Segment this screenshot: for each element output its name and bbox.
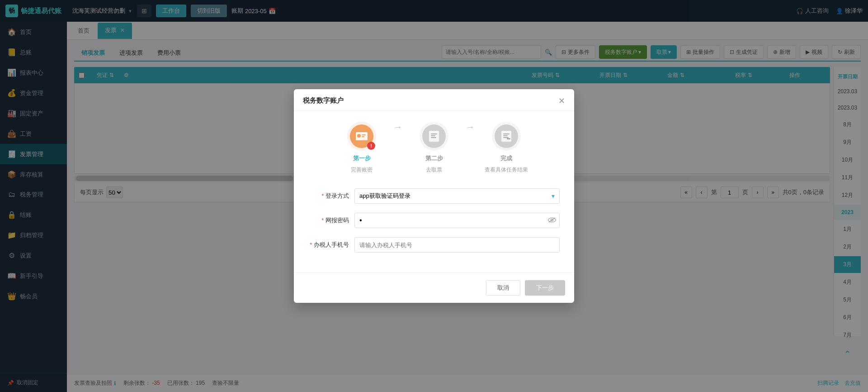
required-star: * xyxy=(321,192,324,199)
modal-close-button[interactable]: ✕ xyxy=(558,97,565,105)
required-star3: * xyxy=(310,241,312,248)
step-1: ! 第一步 完善账密 xyxy=(330,122,393,174)
login-method-display[interactable]: app获取验证码登录 ▾ xyxy=(354,188,560,204)
svg-rect-10 xyxy=(503,135,508,136)
step-arrow-1: → xyxy=(393,122,402,150)
step2-label: 第二步 xyxy=(425,154,443,163)
step1-badge: ! xyxy=(367,142,375,150)
step2-desc: 去取票 xyxy=(426,166,442,174)
step1-label: 第一步 xyxy=(353,154,371,163)
modal-body: ! 第一步 完善账密 → xyxy=(294,111,574,272)
password-eye-icon[interactable] xyxy=(548,216,556,225)
password-field-wrap xyxy=(354,213,560,228)
step2-icon xyxy=(422,124,446,148)
steps-indicator: ! 第一步 完善账密 → xyxy=(308,122,560,174)
modal-overlay[interactable]: 税务数字账户 ✕ xyxy=(0,0,868,392)
login-method-select[interactable]: app获取验证码登录 ▾ xyxy=(354,188,560,204)
modal-title: 税务数字账户 xyxy=(303,96,344,105)
svg-rect-12 xyxy=(507,138,510,139)
step-arrow-2: → xyxy=(466,122,475,150)
svg-rect-2 xyxy=(362,134,366,135)
svg-rect-11 xyxy=(503,137,509,138)
required-star2: * xyxy=(321,217,324,224)
tax-digital-modal: 税务数字账户 ✕ xyxy=(294,89,574,303)
svg-rect-7 xyxy=(431,137,436,138)
taxpayer-phone-input[interactable] xyxy=(354,237,560,253)
taxpayer-phone-label: * 办税人手机号 xyxy=(308,241,349,249)
modal-footer: 取消 下一步 xyxy=(294,272,574,303)
step-2: 第二步 去取票 xyxy=(402,122,466,174)
step3-icon-wrap xyxy=(492,122,521,151)
svg-rect-3 xyxy=(362,136,364,137)
svg-rect-5 xyxy=(431,134,437,134)
form-row-login-method: * 登录方式 app获取验证码登录 ▾ xyxy=(308,188,560,204)
cancel-button[interactable]: 取消 xyxy=(486,280,520,296)
step1-desc: 完善账密 xyxy=(351,166,373,174)
form-row-taxpayer-phone: * 办税人手机号 xyxy=(308,237,560,253)
svg-rect-9 xyxy=(503,134,509,134)
step3-desc: 查看具体任务结果 xyxy=(485,166,528,174)
next-button[interactable]: 下一步 xyxy=(525,280,565,296)
modal-header: 税务数字账户 ✕ xyxy=(294,89,574,111)
step3-label: 完成 xyxy=(500,154,512,163)
form-row-password: * 网报密码 xyxy=(308,213,560,228)
step-3: 完成 查看具体任务结果 xyxy=(475,122,538,174)
password-input[interactable] xyxy=(354,213,560,228)
login-method-label: * 登录方式 xyxy=(308,192,349,200)
select-arrow-down-icon: ▾ xyxy=(552,192,555,200)
svg-point-1 xyxy=(357,134,361,138)
step3-icon xyxy=(495,124,518,148)
step1-icon-wrap: ! xyxy=(347,122,376,151)
password-label: * 网报密码 xyxy=(308,216,349,225)
step2-icon-wrap xyxy=(420,122,448,151)
svg-rect-6 xyxy=(431,135,435,136)
